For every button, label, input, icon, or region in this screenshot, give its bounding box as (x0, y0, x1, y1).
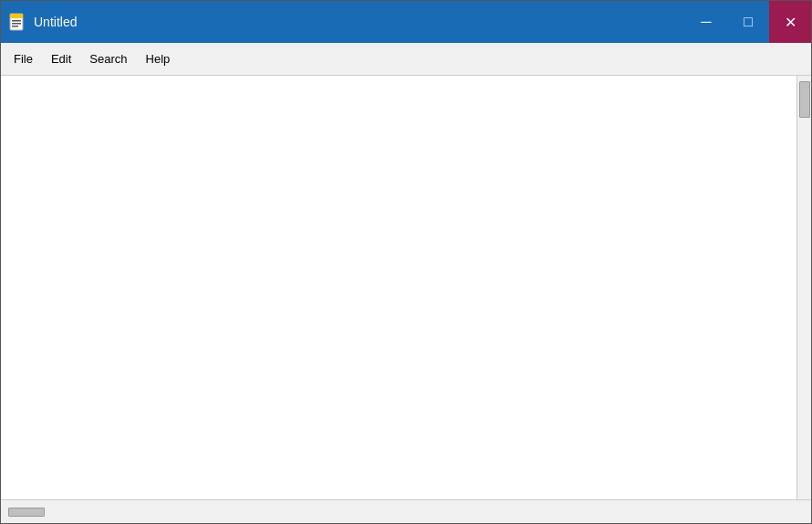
editor-area (1, 76, 811, 499)
svg-rect-2 (12, 20, 21, 22)
svg-rect-3 (12, 23, 21, 25)
notepad-icon (8, 13, 26, 31)
title-bar-left: Untitled (8, 13, 77, 31)
svg-rect-4 (12, 26, 18, 27)
close-button[interactable]: ✕ (769, 1, 811, 43)
title-bar: Untitled ─ □ ✕ (1, 1, 811, 43)
menu-file[interactable]: File (5, 48, 42, 69)
minimize-button[interactable]: ─ (685, 1, 727, 43)
vertical-scrollbar[interactable] (796, 76, 811, 499)
menu-help[interactable]: Help (137, 48, 180, 69)
window-title: Untitled (34, 15, 77, 29)
svg-rect-1 (10, 14, 23, 18)
status-bar (1, 499, 811, 523)
main-window: Untitled ─ □ ✕ File Edit Search Help (0, 0, 812, 524)
title-bar-buttons: ─ □ ✕ (685, 1, 811, 43)
menu-edit[interactable]: Edit (42, 48, 80, 69)
scrollbar-thumb-h[interactable] (8, 508, 45, 517)
menu-bar: File Edit Search Help (1, 43, 811, 76)
horizontal-scrollbar-area[interactable] (8, 508, 45, 517)
text-editor[interactable] (1, 76, 796, 499)
maximize-button[interactable]: □ (727, 1, 769, 43)
menu-search[interactable]: Search (80, 48, 136, 69)
scrollbar-thumb-v[interactable] (799, 81, 810, 118)
